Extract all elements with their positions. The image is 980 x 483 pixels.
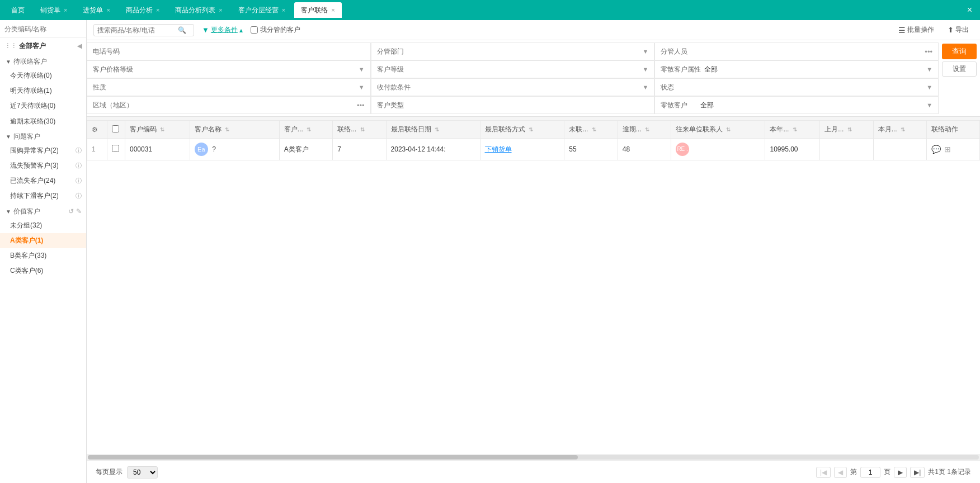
export-icon: ⬆ xyxy=(948,26,954,34)
retail-customer-arrow[interactable]: ▼ xyxy=(926,102,932,108)
sidebar-item-tomorrow-pending[interactable]: 明天待联络(1) xyxy=(0,83,86,98)
status-arrow[interactable]: ▼ xyxy=(926,84,932,91)
filter-search-input[interactable] xyxy=(97,26,176,34)
adv-filter-fields: 电话号码 分管部门 ▼ 分管人员 ••• xyxy=(87,40,939,116)
tab-purchase[interactable]: 进货单 × xyxy=(76,2,116,18)
edit-value-icon[interactable]: ✎ xyxy=(76,207,82,215)
cell-linked-person: RE . xyxy=(671,139,765,160)
tab-analysis[interactable]: 商品分析 × xyxy=(119,2,166,18)
dept-dropdown-arrow[interactable]: ▼ xyxy=(642,48,648,55)
filter-status: 状态 ▼ xyxy=(654,78,939,96)
col-overdue[interactable]: 逾期... ⇅ xyxy=(618,121,671,139)
tab-customer-segment[interactable]: 客户分层经营 × xyxy=(232,2,292,18)
close-tab-customer-contact[interactable]: × xyxy=(331,7,334,13)
col-code[interactable]: 客户编码 ⇅ xyxy=(125,121,190,139)
sidebar-item-declining[interactable]: 持续下滑客户(2) ⓘ xyxy=(0,188,86,203)
col-this-month[interactable]: 本月... ⇅ xyxy=(873,121,926,139)
close-tab-analysis[interactable]: × xyxy=(156,7,159,13)
horizontal-scrollbar[interactable] xyxy=(87,454,980,461)
price-level-arrow[interactable]: ▼ xyxy=(359,66,365,73)
cell-checkbox xyxy=(107,139,125,160)
pagination-right: |◀ ◀ 第 页 ▶ ▶| 共1页 1条记录 xyxy=(816,467,971,478)
setting-button[interactable]: 设置 xyxy=(942,61,977,77)
close-tab-purchase[interactable]: × xyxy=(106,7,110,13)
col-last-date[interactable]: 最后联络日期 ⇅ xyxy=(386,121,480,139)
table-area: ⚙ 客户编码 ⇅ 客户名称 ⇅ 客户... ⇅ 联络... ⇅ 最后联络日期 ⇅… xyxy=(87,120,980,454)
tab-customer-contact[interactable]: 客户联络 × xyxy=(294,2,341,18)
prev-page-btn[interactable]: ◀ xyxy=(834,467,847,478)
col-last-month[interactable]: 上月... ⇅ xyxy=(820,121,873,139)
last-page-btn[interactable]: ▶| xyxy=(910,467,925,478)
col-linked-person[interactable]: 往来单位联系人 ⇅ xyxy=(671,121,765,139)
export-btn[interactable]: ⬆ 导出 xyxy=(943,23,973,36)
filter-retail-attr: 零散客户属性 全部 ▼ xyxy=(654,60,939,78)
cell-num: 1 xyxy=(87,139,107,160)
region-dots-btn[interactable]: ••• xyxy=(357,101,365,110)
filter-row-2: 客户价格等级 ▼ 客户等级 ▼ 零散客户属性 全部 ▼ xyxy=(87,60,939,78)
col-year-amount[interactable]: 本年... ⇅ xyxy=(765,121,820,139)
col-type[interactable]: 客户... ⇅ xyxy=(279,121,332,139)
sidebar-item-churn-warning[interactable]: 流失预警客户(3) ⓘ xyxy=(0,158,86,173)
close-all-btn[interactable]: × xyxy=(964,5,976,15)
sidebar-item-ungrouped[interactable]: 未分组(32) xyxy=(0,218,86,233)
close-tab-customer-segment[interactable]: × xyxy=(282,7,285,13)
sidebar-item-today-pending[interactable]: 今天待联络(0) xyxy=(0,68,86,83)
filter-price-level: 客户价格等级 ▼ xyxy=(87,60,371,78)
sidebar-all-customers[interactable]: ⋮⋮ 全部客户 ◀ xyxy=(0,38,86,54)
sidebar-item-class-b[interactable]: B类客户(33) xyxy=(0,248,86,263)
sidebar-group-pending[interactable]: ▼ 待联络客户 xyxy=(0,54,86,68)
col-settings[interactable]: ⚙ xyxy=(87,121,107,139)
filter-person: 分管人员 ••• xyxy=(654,42,939,60)
cell-contact-count: 7 xyxy=(333,139,386,160)
payment-arrow[interactable]: ▼ xyxy=(642,84,648,91)
sidebar-item-churned[interactable]: 已流失客户(24) ⓘ xyxy=(0,173,86,188)
chat-action-icon[interactable]: 💬 xyxy=(931,145,941,154)
sidebar-search-input[interactable] xyxy=(4,25,87,33)
more-conditions-btn[interactable]: ▼ 更多条件 ▴ xyxy=(199,23,246,36)
my-customers-checkbox[interactable]: 我分管的客户 xyxy=(251,25,300,35)
customer-level-arrow[interactable]: ▼ xyxy=(642,66,648,73)
col-no-contact[interactable]: 未联... ⇅ xyxy=(564,121,618,139)
sidebar-item-class-c[interactable]: C类客户(6) xyxy=(0,263,86,278)
col-contact-count[interactable]: 联络... ⇅ xyxy=(333,121,386,139)
cell-this-month xyxy=(873,139,926,160)
sidebar-item-week-pending[interactable]: 近7天待联络(0) xyxy=(0,98,86,113)
per-page-select[interactable]: 50 100 200 xyxy=(127,466,158,479)
nature-arrow[interactable]: ▼ xyxy=(359,84,365,91)
col-last-method[interactable]: 最后联络方式 ⇅ xyxy=(480,121,564,139)
tab-sales[interactable]: 销货单 × xyxy=(34,2,74,18)
customer-table: ⚙ 客户编码 ⇅ 客户名称 ⇅ 客户... ⇅ 联络... ⇅ 最后联络日期 ⇅… xyxy=(87,120,980,160)
cell-overdue: 48 xyxy=(618,139,671,160)
filter-retail-customer: 零散客户 全部 ▼ xyxy=(654,96,939,114)
first-page-btn[interactable]: |◀ xyxy=(816,467,831,478)
select-all-checkbox[interactable] xyxy=(112,125,119,132)
close-tab-analysis-list[interactable]: × xyxy=(219,7,222,13)
sidebar-item-class-a[interactable]: A类客户(1) xyxy=(0,233,86,248)
filter-row-4: 区域（地区） ••• 客户类型 零散客户 全部 ▼ xyxy=(87,96,939,114)
cell-year-amount: 10995.00 xyxy=(765,139,820,160)
col-name[interactable]: 客户名称 ⇅ xyxy=(190,121,279,139)
phone-input[interactable] xyxy=(133,48,365,55)
sidebar-item-stockpile-abnormal[interactable]: 囤购异常客户(2) ⓘ xyxy=(0,143,86,158)
page-input[interactable] xyxy=(860,467,880,478)
batch-op-btn[interactable]: ☰ 批量操作 xyxy=(894,23,939,36)
query-button[interactable]: 查询 xyxy=(942,44,977,59)
col-actions: 联络动作 xyxy=(927,121,980,139)
advanced-filter-panel: 电话号码 分管部门 ▼ 分管人员 ••• xyxy=(87,40,980,117)
close-tab-sales[interactable]: × xyxy=(64,7,67,13)
filter-search-icon[interactable]: 🔍 xyxy=(178,26,186,34)
sidebar-collapse-icon[interactable]: ◀ xyxy=(77,42,82,50)
cell-code: 000031 xyxy=(125,139,190,160)
person-dots-btn[interactable]: ••• xyxy=(925,48,932,56)
sidebar-item-overdue[interactable]: 逾期未联络(30) xyxy=(0,114,86,129)
refresh-value-icon[interactable]: ↺ xyxy=(68,207,74,215)
tab-home[interactable]: 首页 xyxy=(4,2,31,18)
row-checkbox[interactable] xyxy=(112,145,119,152)
retail-attr-arrow[interactable]: ▼ xyxy=(926,66,932,73)
more-action-icon[interactable]: ⊞ xyxy=(944,145,951,154)
tab-analysis-list[interactable]: 商品分析列表 × xyxy=(168,2,229,18)
next-page-btn[interactable]: ▶ xyxy=(894,467,907,478)
my-customers-check[interactable] xyxy=(251,26,258,34)
sidebar-group-problem[interactable]: ▼ 问题客户 xyxy=(0,129,86,143)
sidebar-group-value[interactable]: ▼ 价值客户 ↺ ✎ xyxy=(0,204,86,218)
